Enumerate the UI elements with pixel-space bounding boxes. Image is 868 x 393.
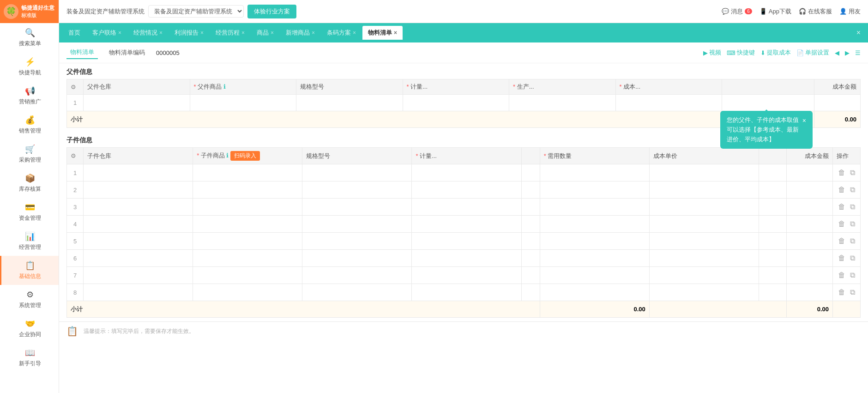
parent-cost-input[interactable] bbox=[616, 95, 722, 111]
child-4-unitcost-input[interactable] bbox=[650, 216, 759, 232]
child-6-qty-input[interactable] bbox=[540, 250, 649, 266]
child-2-spec-input[interactable] bbox=[302, 181, 411, 198]
child-5-copy-btn[interactable]: ⧉ bbox=[849, 236, 856, 246]
child-2-unit-input[interactable] bbox=[412, 181, 521, 198]
child-3-copy-btn[interactable]: ⧉ bbox=[849, 202, 856, 212]
child-row-1-unitcost[interactable] bbox=[649, 164, 759, 181]
single-settings-btn[interactable]: 📄 单据设置 bbox=[796, 48, 829, 57]
sidebar-item-inventory[interactable]: 📦 库存核算 bbox=[0, 169, 59, 198]
sidebar-item-enterprise[interactable]: 🤝 企业协同 bbox=[0, 314, 59, 343]
nav-prev-btn[interactable]: ◀ bbox=[835, 49, 839, 56]
shortcut-btn[interactable]: ⌨ 快捷键 bbox=[727, 48, 755, 57]
tab-customer-close[interactable]: × bbox=[118, 30, 121, 36]
child-3-goods-input[interactable] bbox=[193, 199, 302, 215]
child-3-unitcost-input[interactable] bbox=[650, 199, 759, 215]
nav-next-btn[interactable]: ▶ bbox=[845, 49, 850, 56]
sidebar-item-marketing[interactable]: 📢 营销推广 bbox=[0, 81, 59, 110]
extract-cost-btn[interactable]: ⬇ 提取成本 bbox=[760, 48, 791, 57]
tab-customer[interactable]: 客户联络 × bbox=[87, 26, 127, 40]
child-6-unit-input[interactable] bbox=[412, 250, 521, 266]
scan-button[interactable]: 扫码录入 bbox=[230, 151, 260, 161]
child-4-unit-input[interactable] bbox=[412, 216, 521, 232]
child-5-warehouse-input[interactable] bbox=[84, 233, 193, 249]
sidebar-item-system[interactable]: ⚙ 系统管理 bbox=[0, 285, 59, 314]
child-7-copy-btn[interactable]: ⧉ bbox=[849, 270, 856, 280]
child-2-goods-input[interactable] bbox=[193, 181, 302, 198]
child-5-unitcost-input[interactable] bbox=[650, 233, 759, 249]
child-row-1-unit[interactable] bbox=[412, 164, 521, 181]
tab-profit[interactable]: 利润报告 × bbox=[169, 26, 209, 40]
child-1-unit-input[interactable] bbox=[412, 164, 521, 181]
expand-btn[interactable]: ☰ bbox=[855, 49, 861, 56]
tab-barcode-close[interactable]: × bbox=[353, 30, 356, 36]
sidebar-item-quicknav[interactable]: ⚡ 快捷导航 bbox=[0, 52, 59, 81]
sidebar-item-search[interactable]: 🔍 搜索菜单 bbox=[0, 23, 59, 52]
parent-warehouse-input[interactable] bbox=[84, 95, 190, 111]
child-4-qty-input[interactable] bbox=[540, 216, 649, 232]
child-4-goods-input[interactable] bbox=[193, 216, 302, 232]
tab-barcode[interactable]: 条码方案 × bbox=[321, 26, 362, 40]
child-7-qty-input[interactable] bbox=[540, 267, 649, 284]
child-7-delete-btn[interactable]: 🗑 bbox=[837, 270, 846, 280]
child-7-spec-input[interactable] bbox=[302, 267, 411, 284]
close-all-tabs[interactable]: × bbox=[853, 29, 864, 37]
messages-item[interactable]: 💬 消息 6 bbox=[722, 7, 752, 16]
child-3-warehouse-input[interactable] bbox=[84, 199, 193, 215]
child-6-copy-btn[interactable]: ⧉ bbox=[849, 253, 856, 263]
parent-goods-info-icon[interactable]: ℹ bbox=[223, 83, 226, 90]
tab-bom-close[interactable]: × bbox=[394, 30, 397, 36]
child-row-1-spec[interactable] bbox=[302, 164, 412, 181]
sidebar-item-purchase[interactable]: 🛒 采购管理 bbox=[0, 139, 59, 169]
tab-history-close[interactable]: × bbox=[241, 30, 245, 36]
sidebar-item-operations[interactable]: 📊 经营管理 bbox=[0, 227, 59, 256]
child-6-spec-input[interactable] bbox=[302, 250, 411, 266]
parent-goods-input[interactable] bbox=[190, 95, 296, 111]
child-4-spec-input[interactable] bbox=[302, 216, 411, 232]
tab-profit-close[interactable]: × bbox=[200, 30, 204, 36]
child-2-warehouse-input[interactable] bbox=[84, 181, 193, 198]
parent-spec-input[interactable] bbox=[296, 95, 403, 111]
tab-goods[interactable]: 商品 × bbox=[251, 26, 279, 40]
sidebar-item-guide[interactable]: 📖 新手引导 bbox=[0, 343, 59, 372]
tab-goods-close[interactable]: × bbox=[271, 30, 274, 36]
child-8-unitcost-input[interactable] bbox=[650, 284, 759, 301]
tab-history[interactable]: 经营历程 × bbox=[210, 26, 250, 40]
child-8-goods-input[interactable] bbox=[193, 284, 302, 301]
child-row-1-warehouse[interactable] bbox=[84, 164, 193, 181]
child-7-unitcost-input[interactable] bbox=[650, 267, 759, 284]
child-7-unit-input[interactable] bbox=[412, 267, 521, 284]
child-7-warehouse-input[interactable] bbox=[84, 267, 193, 284]
sidebar-item-basic[interactable]: 📋 基础信息 bbox=[0, 256, 59, 285]
child-goods-info-icon[interactable]: ℹ bbox=[226, 152, 229, 159]
child-4-warehouse-input[interactable] bbox=[84, 216, 193, 232]
child-8-spec-input[interactable] bbox=[302, 284, 411, 301]
child-7-goods-input[interactable] bbox=[193, 267, 302, 284]
parent-row-1-unit[interactable] bbox=[403, 95, 509, 111]
child-1-delete-btn[interactable]: 🗑 bbox=[837, 168, 846, 178]
system-selector[interactable]: 装备及固定资产辅助管理系统 bbox=[148, 5, 244, 18]
child-4-delete-btn[interactable]: 🗑 bbox=[837, 219, 846, 229]
child-row-1-goods[interactable] bbox=[193, 164, 302, 181]
child-8-warehouse-input[interactable] bbox=[84, 284, 193, 301]
child-1-unitcost-input[interactable] bbox=[650, 164, 759, 181]
parent-row-1-spec[interactable] bbox=[296, 95, 403, 111]
child-6-delete-btn[interactable]: 🗑 bbox=[837, 253, 846, 263]
sub-tab-bom[interactable]: 物料清单 bbox=[66, 46, 98, 59]
child-1-qty-input[interactable] bbox=[540, 164, 649, 181]
child-2-delete-btn[interactable]: 🗑 bbox=[837, 185, 846, 195]
parent-produce-input[interactable] bbox=[509, 95, 615, 111]
app-download-item[interactable]: 📱 App下载 bbox=[760, 7, 791, 16]
parent-row-1-produce[interactable] bbox=[509, 95, 616, 111]
sidebar-item-sales[interactable]: 💰 销售管理 bbox=[0, 110, 59, 139]
child-1-warehouse-input[interactable] bbox=[84, 164, 193, 181]
child-1-copy-btn[interactable]: ⧉ bbox=[849, 168, 856, 178]
child-3-qty-input[interactable] bbox=[540, 199, 649, 215]
tab-newgoods-close[interactable]: × bbox=[312, 30, 315, 36]
view-btn[interactable]: ▶ 视频 bbox=[703, 48, 721, 57]
user-item[interactable]: 👤 用友 bbox=[839, 7, 861, 16]
child-3-delete-btn[interactable]: 🗑 bbox=[837, 202, 846, 212]
tab-operations-status[interactable]: 经营情况 × bbox=[128, 26, 168, 40]
child-6-warehouse-input[interactable] bbox=[84, 250, 193, 266]
child-6-unitcost-input[interactable] bbox=[650, 250, 759, 266]
tooltip-close-btn[interactable]: × bbox=[802, 115, 806, 126]
